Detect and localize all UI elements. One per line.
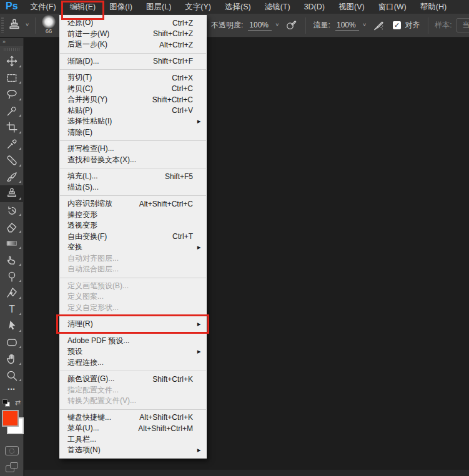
menu-item-define-brush-preset: 定义画笔预设(B)...: [59, 281, 207, 292]
color-swatches: [0, 410, 23, 439]
flyout-indicator-icon: [19, 197, 21, 200]
move-tool[interactable]: [0, 53, 23, 70]
align-checkbox[interactable]: ✓: [393, 21, 401, 29]
tool-list: T: [0, 53, 23, 384]
sample-dropdown[interactable]: 当前: [457, 18, 469, 32]
menu-item-stroke[interactable]: 描边(S)...: [59, 182, 207, 193]
menubar-item-image[interactable]: 图像(I): [102, 0, 139, 14]
path-selection-tool[interactable]: [0, 318, 23, 334]
menu-item-puppet-warp[interactable]: 操控变形: [59, 210, 207, 221]
chevron-down-icon[interactable]: ˅: [363, 22, 366, 28]
quick-mask-mode-button[interactable]: [5, 446, 19, 455]
menu-item-fade[interactable]: 渐隐(D)...Shift+Ctrl+F: [59, 56, 207, 67]
menubar-item-file[interactable]: 文件(F): [24, 0, 63, 14]
menubar-item-select[interactable]: 选择(S): [218, 0, 258, 14]
path-selection-icon: [6, 319, 18, 332]
brush-preset-picker[interactable]: 66: [40, 15, 57, 36]
spot-healing-brush-tool[interactable]: [0, 152, 23, 169]
lasso-tool[interactable]: [0, 86, 23, 103]
menubar-item-filter[interactable]: 滤镜(T): [258, 0, 297, 14]
menu-item-label: 自动对齐图层...: [67, 253, 119, 264]
rectangular-marquee-tool[interactable]: [0, 70, 23, 87]
hand-tool[interactable]: [0, 351, 23, 367]
menu-item-label: 变换: [67, 242, 82, 253]
pen-tool[interactable]: [0, 284, 23, 301]
flow-label: 流量:: [313, 20, 330, 31]
menu-item-preferences[interactable]: 首选项(N)▶: [59, 445, 207, 456]
menubar-item-view[interactable]: 视图(V): [332, 0, 372, 14]
chevron-down-icon[interactable]: ˅: [26, 22, 29, 28]
submenu-arrow-icon: ▶: [197, 349, 201, 354]
eraser-tool[interactable]: [0, 218, 23, 235]
menu-item-check-spelling[interactable]: 拼写检查(H)...: [59, 143, 207, 155]
flyout-indicator-icon: [19, 147, 21, 150]
options-bar-grip[interactable]: [1, 17, 4, 33]
flyout-indicator-icon: [19, 263, 21, 266]
menu-item-color-settings[interactable]: 颜色设置(G)...Shift+Ctrl+K: [59, 374, 207, 385]
menu-item-step-backward[interactable]: 后退一步(K)Alt+Ctrl+Z: [59, 39, 207, 51]
default-colors-icon[interactable]: [2, 399, 10, 407]
gradient-tool[interactable]: [0, 235, 23, 252]
airbrush-icon[interactable]: [372, 19, 385, 32]
tablet-pressure-opacity-icon[interactable]: [285, 19, 297, 31]
clone-stamp-tool-preset-icon[interactable]: [7, 18, 21, 32]
menu-item-label: 自由变换(F): [67, 231, 107, 242]
menu-item-keyboard-shortcuts[interactable]: 键盘快捷键...Alt+Shift+Ctrl+K: [59, 412, 207, 424]
menu-item-perspective-warp[interactable]: 透视变形: [59, 220, 207, 231]
menu-item-purge[interactable]: 清理(R)▶: [59, 319, 207, 330]
menu-item-copy-merged[interactable]: 合并拷贝(Y)Shift+Ctrl+C: [59, 94, 207, 105]
menubar-item-type[interactable]: 文字(Y): [178, 0, 218, 14]
separator: [428, 17, 428, 34]
menu-item-shortcut: Ctrl+C: [172, 84, 193, 93]
swap-colors-icon[interactable]: ⇄: [15, 399, 21, 407]
menu-item-step-forward[interactable]: 前进一步(W)Shift+Ctrl+Z: [59, 29, 207, 40]
menu-item-label: 菜单(U)...: [67, 423, 99, 434]
spot-healing-brush-icon: [6, 154, 18, 167]
quick-selection-tool[interactable]: [0, 103, 23, 120]
menu-item-remote-connections[interactable]: 远程连接...: [59, 357, 207, 369]
dodge-tool[interactable]: [0, 268, 23, 285]
menu-item-menus[interactable]: 菜单(U)...Alt+Shift+Ctrl+M: [59, 423, 207, 434]
clone-stamp-tool[interactable]: [0, 185, 23, 202]
collapse-panel-button[interactable]: »: [0, 38, 23, 46]
align-label[interactable]: 对齐: [405, 20, 420, 31]
chevron-down-icon[interactable]: ˅: [275, 22, 279, 28]
menu-item-presets[interactable]: 预设▶: [59, 346, 207, 357]
menubar-item-window[interactable]: 窗口(W): [372, 0, 413, 14]
menu-item-find-and-replace-text[interactable]: 查找和替换文本(X)...: [59, 155, 207, 166]
menu-item-label: 工具栏...: [67, 434, 96, 445]
menu-item-adobe-pdf-presets[interactable]: Adobe PDF 预设...: [59, 336, 207, 347]
menubar-item-3d[interactable]: 3D(D): [297, 0, 332, 14]
rounded-rectangle-tool[interactable]: [0, 334, 23, 351]
menu-item-shortcut: Alt+Shift+Ctrl+M: [138, 424, 193, 433]
history-brush-tool[interactable]: [0, 202, 23, 219]
menu-item-paste[interactable]: 粘贴(P)Ctrl+V: [59, 105, 207, 117]
menu-item-clear[interactable]: 清除(E): [59, 127, 207, 138]
menubar-item-help[interactable]: 帮助(H): [413, 0, 453, 14]
foreground-color-swatch[interactable]: [2, 410, 19, 427]
menu-item-cut[interactable]: 剪切(T)Ctrl+X: [59, 72, 207, 84]
menu-item-content-aware-scale[interactable]: 内容识别缩放Alt+Shift+Ctrl+C: [59, 198, 207, 210]
menu-item-toolbar[interactable]: 工具栏...: [59, 434, 207, 445]
eyedropper-tool[interactable]: [0, 136, 23, 153]
flyout-indicator-icon: [19, 180, 21, 183]
menubar-item-layer[interactable]: 图层(L): [139, 0, 178, 14]
edit-toolbar-button[interactable]: •••: [0, 384, 23, 396]
menu-item-copy[interactable]: 拷贝(C)Ctrl+C: [59, 84, 207, 95]
flyout-indicator-icon: [19, 114, 21, 117]
menubar-item-edit[interactable]: 编辑(E): [63, 0, 103, 14]
screen-mode-button[interactable]: [6, 462, 18, 472]
menu-item-paste-special[interactable]: 选择性粘贴(I)▶: [59, 116, 207, 127]
brush-tool[interactable]: [0, 169, 23, 186]
menu-item-undo[interactable]: 还原(O)Ctrl+Z: [59, 17, 207, 29]
tools-panel-grip[interactable]: [4, 47, 19, 52]
flow-input[interactable]: 100%: [335, 20, 359, 31]
smudge-tool[interactable]: [0, 251, 23, 268]
type-tool[interactable]: T: [0, 301, 23, 318]
crop-tool[interactable]: [0, 119, 23, 136]
opacity-input[interactable]: 100%: [248, 20, 272, 31]
zoom-tool[interactable]: [0, 367, 23, 384]
menu-item-transform[interactable]: 变换▶: [59, 242, 207, 253]
menu-item-free-transform[interactable]: 自由变换(F)Ctrl+T: [59, 231, 207, 243]
menu-item-fill[interactable]: 填充(L)...Shift+F5: [59, 171, 207, 182]
